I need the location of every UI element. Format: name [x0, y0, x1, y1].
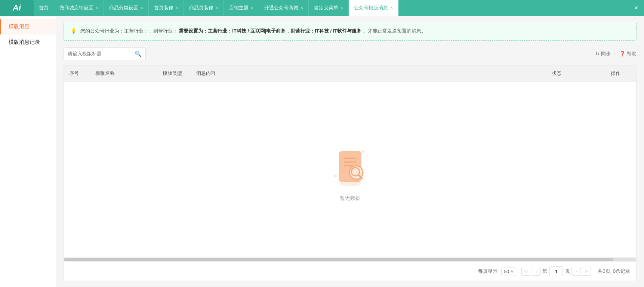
tab-custom-menu[interactable]: 自定义菜单 ×	[309, 0, 349, 16]
th-type: 模版类型	[157, 70, 191, 77]
tab-home[interactable]: 首页	[34, 0, 54, 16]
tab-label: 微商城店铺设置	[59, 4, 93, 11]
notice-box: 💡 您的公众号行业为：主营行业：，副营行业： 需要设置为：主营行业：IT科技 /…	[64, 22, 637, 41]
tab-close-icon[interactable]: ×	[341, 5, 343, 10]
tab-close-icon[interactable]: ×	[301, 5, 303, 10]
tab-weishop-settings[interactable]: 微商城店铺设置 ×	[54, 0, 104, 16]
sidebar-item-template-msg-record[interactable]: 模版消息记录	[0, 34, 56, 50]
help-icon: ❓	[619, 51, 625, 57]
prev-page-button[interactable]: ‹	[532, 267, 541, 276]
search-actions: ↻ 同步 | ❓ 帮助	[595, 51, 637, 57]
page-label-after: 页	[565, 268, 570, 275]
content-area: 💡 您的公众号行业为：主营行业：，副营行业： 需要设置为：主营行业：IT科技 /…	[56, 16, 644, 287]
sync-button[interactable]: ↻ 同步	[595, 51, 611, 57]
search-bar: 🔍 ↻ 同步 | ❓ 帮助	[64, 48, 637, 60]
horizontal-scrollbar[interactable]	[64, 257, 636, 262]
empty-illustration	[328, 144, 373, 189]
page-size-value: 50	[504, 269, 509, 274]
th-action: 操作	[595, 70, 636, 77]
data-table: 序号 模版名称 模版类型 消息内容 状态 操作	[64, 65, 637, 281]
page-number-input[interactable]	[549, 266, 563, 276]
divider: |	[614, 51, 616, 57]
empty-state: 暂无数据	[64, 82, 636, 257]
tab-label: 店铺主题	[229, 4, 249, 11]
tab-label: 自定义菜单	[314, 4, 338, 11]
sync-icon: ↻	[595, 51, 600, 57]
th-name: 模版名称	[90, 70, 157, 77]
tab-label: 公众号模版消息	[354, 4, 388, 11]
tab-product-category[interactable]: 商品分类设置 ×	[104, 0, 149, 16]
svg-point-7	[362, 150, 364, 153]
bulb-icon: 💡	[71, 28, 77, 34]
tab-open-wechat-mall[interactable]: 开通公众号商城 ×	[259, 0, 309, 16]
page-size-label: 每页显示	[478, 268, 497, 275]
sidebar-item-template-msg[interactable]: 模版消息	[0, 19, 56, 34]
help-label: 帮助	[627, 51, 637, 57]
page-size-select[interactable]: 50 ∨	[501, 268, 516, 275]
table-header: 序号 模版名称 模版类型 消息内容 状态 操作	[64, 66, 636, 82]
svg-point-9	[334, 174, 337, 177]
top-nav: Ai 首页微商城店铺设置 ×商品分类设置 ×首页装修 ×商品页装修 ×店铺主题 …	[0, 0, 644, 16]
search-field[interactable]: 🔍	[64, 48, 146, 60]
tab-close-icon[interactable]: ×	[390, 5, 393, 10]
sidebar: 模版消息模版消息记录	[0, 16, 56, 287]
total-info: 共0页, 0条记录	[598, 268, 630, 275]
last-page-button[interactable]: ⊳	[582, 267, 591, 276]
th-status: 状态	[546, 70, 595, 77]
tab-close-icon[interactable]: ×	[141, 5, 143, 10]
tab-homepage-decor[interactable]: 首页装修 ×	[149, 0, 184, 16]
tab-label: 首页装修	[154, 4, 173, 11]
notice-highlight: 需要设置为：主营行业：IT科技 / 互联网|电子商务，副营行业：IT科技 / I…	[179, 28, 366, 34]
tab-close-icon[interactable]: ×	[96, 5, 98, 10]
tab-label: 商品页装修	[189, 4, 213, 11]
search-input[interactable]	[68, 51, 135, 57]
nav-tabs: 首页微商城店铺设置 ×商品分类设置 ×首页装修 ×商品页装修 ×店铺主题 ×开通…	[34, 0, 628, 16]
first-page-button[interactable]: ⊲	[521, 267, 530, 276]
notice-prefix: 您的公众号行业为：主营行业：，副营行业：	[80, 28, 178, 34]
page-number-wrap: 第 页	[542, 266, 570, 276]
app-logo: Ai	[0, 0, 34, 16]
global-close-button[interactable]: ×	[628, 0, 644, 16]
help-button[interactable]: ❓ 帮助	[619, 51, 637, 57]
sync-label: 同步	[601, 51, 611, 57]
svg-point-8	[366, 155, 368, 156]
tab-product-decor[interactable]: 商品页装修 ×	[184, 0, 224, 16]
next-page-button[interactable]: ›	[571, 267, 580, 276]
tab-wechat-template-msg[interactable]: 公众号模版消息 ×	[349, 0, 398, 16]
th-seq: 序号	[64, 70, 90, 77]
th-content: 消息内容	[191, 70, 546, 77]
empty-text: 暂无数据	[340, 195, 361, 202]
tab-close-icon[interactable]: ×	[251, 5, 253, 10]
search-icon[interactable]: 🔍	[135, 51, 142, 57]
tab-label: 商品分类设置	[109, 4, 138, 11]
tab-label: 开通公众号商城	[264, 4, 298, 11]
page-label-before: 第	[542, 268, 547, 275]
chevron-down-icon: ∨	[511, 269, 514, 274]
pager-controls: ⊲ ‹ 第 页 › ⊳	[521, 266, 591, 276]
tab-close-icon[interactable]: ×	[176, 5, 178, 10]
tab-store-theme[interactable]: 店铺主题 ×	[224, 0, 259, 16]
notice-suffix: 才能正常发送预置的消息。	[368, 28, 426, 34]
main-layout: 模版消息模版消息记录 💡 您的公众号行业为：主营行业：，副营行业： 需要设置为：…	[0, 16, 644, 287]
pagination: 每页显示 50 ∨ ⊲ ‹ 第 页 › ⊳ 共0页, 0条记录	[64, 262, 636, 281]
tab-close-icon[interactable]: ×	[216, 5, 218, 10]
tab-label: 首页	[39, 4, 49, 11]
